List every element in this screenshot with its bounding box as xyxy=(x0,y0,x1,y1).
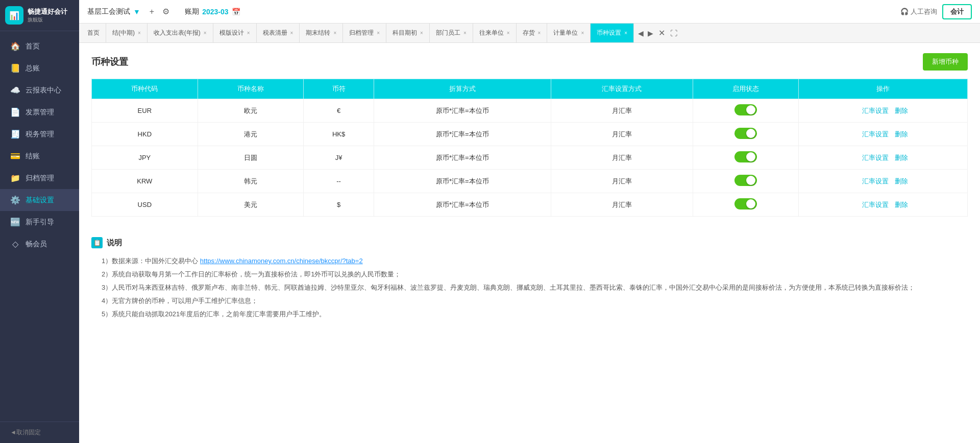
cell-name: 日圆 xyxy=(198,146,304,170)
sidebar-item-basic[interactable]: ⚙️ 基础设置 xyxy=(0,189,79,211)
rate-setting-link[interactable]: 汇率设置 xyxy=(862,107,889,114)
cell-code: HKD xyxy=(92,123,198,146)
status-toggle[interactable] xyxy=(734,198,757,209)
tab-label: 存货 xyxy=(523,29,535,37)
new-currency-button[interactable]: 新增币种 xyxy=(923,53,968,71)
notes-section: 📋 说明 1）数据来源：中国外汇交易中心 https://www.chinamo… xyxy=(91,237,968,321)
cell-symbol: € xyxy=(304,99,374,123)
cell-rate-type: 月汇率 xyxy=(551,123,693,146)
tab-unit[interactable]: 计量单位 × xyxy=(547,24,591,43)
tab-currency[interactable]: 币种设置 × xyxy=(591,24,634,43)
tab-subjects[interactable]: 科目期初 × xyxy=(386,24,430,43)
status-toggle[interactable] xyxy=(734,151,757,162)
cell-name: 韩元 xyxy=(198,170,304,193)
tab-label: 结(中期) xyxy=(112,29,135,37)
notes-link[interactable]: https://www.chinamoney.com.cn/chinese/bk… xyxy=(200,257,363,265)
sidebar-item-member[interactable]: ◇ 畅会员 xyxy=(0,233,79,255)
status-toggle[interactable] xyxy=(734,128,757,139)
tab-close-icon[interactable]: × xyxy=(377,30,380,36)
tab-close-icon[interactable]: × xyxy=(247,30,250,36)
cell-symbol: $ xyxy=(304,193,374,217)
tab-close-icon[interactable]: × xyxy=(538,30,541,36)
tab-close-all-button[interactable]: ✕ xyxy=(655,27,668,39)
cell-status[interactable] xyxy=(693,146,799,170)
tab-dept[interactable]: 部门员工 × xyxy=(430,24,473,43)
headset-icon: 🎧 xyxy=(900,8,909,15)
delete-link[interactable]: 删除 xyxy=(895,130,908,138)
tab-close-icon[interactable]: × xyxy=(138,30,141,36)
delete-link[interactable]: 删除 xyxy=(895,177,908,185)
tab-annual[interactable]: 收入支出表(年报) × xyxy=(148,24,213,43)
cell-actions: 汇率设置 删除 xyxy=(799,170,968,193)
cell-method: 原币*汇率=本位币 xyxy=(374,99,551,123)
sidebar-item-tax[interactable]: 🧾 税务管理 xyxy=(0,123,79,145)
tab-prev-button[interactable]: ◀ xyxy=(636,28,646,38)
tab-inventory[interactable]: 存货 × xyxy=(517,24,548,43)
cell-status[interactable] xyxy=(693,123,799,146)
sidebar-item-guide[interactable]: 🆕 新手引导 xyxy=(0,211,79,233)
delete-link[interactable]: 删除 xyxy=(895,201,908,208)
toggle-thumb xyxy=(746,176,755,185)
rate-setting-link[interactable]: 汇率设置 xyxy=(862,130,889,138)
main-area: 基层工会测试 ▼ + ⚙ 账期 2023-03 📅 🎧 人工咨询 会计 首页 结… xyxy=(79,0,980,443)
tab-close-icon[interactable]: × xyxy=(204,30,207,36)
sidebar-item-archive[interactable]: 📁 归档管理 xyxy=(0,167,79,189)
notes-item: 5）系统只能自动抓取2021年度后的汇率，之前年度汇率需要用户手工维护。 xyxy=(102,308,968,321)
cell-actions: 汇率设置 删除 xyxy=(799,146,968,170)
logo-name: 畅捷通好会计 xyxy=(28,7,67,16)
toggle-thumb xyxy=(746,129,755,138)
tab-label: 计量单位 xyxy=(553,29,578,37)
rate-setting-link[interactable]: 汇率设置 xyxy=(862,201,889,208)
tab-close-icon[interactable]: × xyxy=(507,30,510,36)
tab-tax-list[interactable]: 税表清册 × xyxy=(257,24,300,43)
sidebar-item-label: 归档管理 xyxy=(26,174,54,183)
help-label: 人工咨询 xyxy=(911,7,937,16)
guide-icon: 🆕 xyxy=(10,217,20,227)
sidebar-item-reports[interactable]: ☁️ 云报表中心 xyxy=(0,79,79,101)
tab-close-icon[interactable]: × xyxy=(624,30,627,36)
rate-setting-link[interactable]: 汇率设置 xyxy=(862,154,889,161)
user-role-button[interactable]: 会计 xyxy=(942,4,972,19)
currency-table: 币种代码 币种名称 币符 折算方式 汇率设置方式 启用状态 操作 EUR 欧元 … xyxy=(91,79,968,217)
add-company-button[interactable]: + xyxy=(148,5,156,18)
col-symbol: 币符 xyxy=(304,79,374,99)
tab-close-icon[interactable]: × xyxy=(420,30,423,36)
tab-template[interactable]: 模版设计 × xyxy=(213,24,257,43)
tab-close-icon[interactable]: × xyxy=(581,30,584,36)
cell-status[interactable] xyxy=(693,193,799,217)
tab-expand-button[interactable]: ⛶ xyxy=(668,28,679,38)
sidebar-item-invoice[interactable]: 📄 发票管理 xyxy=(0,101,79,123)
delete-link[interactable]: 删除 xyxy=(895,107,908,114)
sidebar-item-settlement[interactable]: 💳 结账 xyxy=(0,145,79,167)
sidebar-item-label: 发票管理 xyxy=(26,108,54,117)
tab-period-transfer[interactable]: 期末结转 × xyxy=(300,24,343,43)
sidebar-item-home[interactable]: 🏠 首页 xyxy=(0,35,79,57)
delete-link[interactable]: 删除 xyxy=(895,154,908,161)
sidebar-pin-toggle[interactable]: ◄取消固定 xyxy=(0,422,79,443)
tab-archive[interactable]: 归档管理 × xyxy=(343,24,386,43)
tab-home[interactable]: 首页 xyxy=(81,24,106,43)
calendar-icon[interactable]: 📅 xyxy=(232,8,240,16)
settings-icon[interactable]: ⚙ xyxy=(160,5,172,18)
notes-icon: 📋 xyxy=(91,237,103,248)
home-icon: 🏠 xyxy=(10,41,20,51)
status-toggle[interactable] xyxy=(734,175,757,186)
tab-close-icon[interactable]: × xyxy=(333,30,336,36)
table-row: KRW 韩元 -- 原币*汇率=本位币 月汇率 汇率设置 删除 xyxy=(92,170,968,193)
help-button[interactable]: 🎧 人工咨询 xyxy=(900,7,937,16)
company-selector[interactable]: 基层工会测试 ▼ xyxy=(87,7,140,16)
period-selector[interactable]: 账期 2023-03 📅 xyxy=(185,7,240,16)
sidebar-item-ledger[interactable]: 📒 总账 xyxy=(0,57,79,79)
company-dropdown-icon[interactable]: ▼ xyxy=(133,8,140,16)
status-toggle[interactable] xyxy=(734,104,757,115)
cell-status[interactable] xyxy=(693,170,799,193)
rate-setting-link[interactable]: 汇率设置 xyxy=(862,177,889,185)
tab-label: 往来单位 xyxy=(479,29,504,37)
cell-status[interactable] xyxy=(693,99,799,123)
tab-close-icon[interactable]: × xyxy=(463,30,467,36)
tab-contacts[interactable]: 往来单位 × xyxy=(473,24,517,43)
tab-next-button[interactable]: ▶ xyxy=(646,28,655,38)
tab-close-icon[interactable]: × xyxy=(290,30,293,36)
sidebar-item-label: 首页 xyxy=(26,42,40,51)
tab-interim[interactable]: 结(中期) × xyxy=(106,24,148,43)
